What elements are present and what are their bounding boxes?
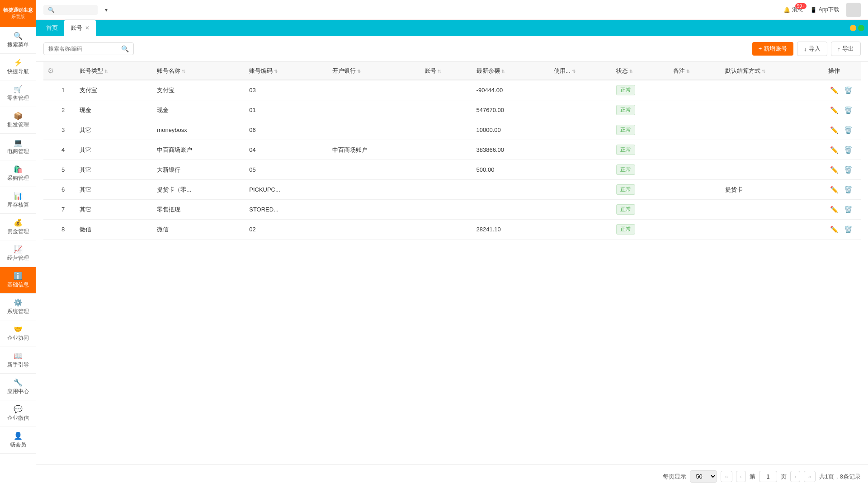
delete-button-4[interactable]: 🗑️ [842,145,854,155]
sort-balance-icon[interactable]: ⇅ [501,69,505,74]
delete-button-7[interactable]: 🗑️ [842,205,854,215]
col-status-label: 状态 [616,67,628,74]
row-code-5: 05 [245,160,329,180]
search-input[interactable] [48,46,121,52]
tab-label-首页: 首页 [46,24,58,32]
app-download-button[interactable]: 📱 App下载 [810,6,839,14]
mobile-icon: 📱 [810,7,817,13]
sidebar-item-retail-mgmt[interactable]: 🛒零售管理 [0,80,36,107]
last-page-button[interactable]: » [804,471,815,482]
status-badge-3: 正常 [616,125,635,135]
sidebar-label-ecommerce-mgmt: 电商管理 [7,148,29,155]
page-input[interactable] [759,471,777,482]
edit-button-7[interactable]: ✏️ [828,205,840,215]
add-account-button[interactable]: + 新增账号 [752,42,793,56]
sidebar-item-inventory[interactable]: 📊库存核算 [0,187,36,214]
sidebar-item-basic-info[interactable]: ℹ️基础信息 [0,267,36,294]
sidebar-item-corp-agreement[interactable]: 🤝企业协同 [0,320,36,347]
row-bank-6 [329,180,421,200]
row-name-3: moneybosx [153,120,245,140]
row-settings-1 [43,80,58,100]
sidebar-item-purchase-mgmt[interactable]: 🛍️采购管理 [0,160,36,187]
edit-button-5[interactable]: ✏️ [828,165,840,175]
sort-bank-icon[interactable]: ⇅ [357,69,361,74]
edit-button-4[interactable]: ✏️ [828,145,840,155]
sort-remark-icon[interactable]: ⇅ [686,69,690,74]
window-maximize[interactable] [858,25,864,31]
tab-close-账号[interactable]: ✕ [85,25,90,31]
sort-account-icon[interactable]: ⇅ [438,69,441,74]
table-row: 5 其它 大新银行 05 500.00 正常 ✏️ 🗑️ [43,160,861,180]
row-status-6: 正常 [613,180,670,200]
edit-button-8[interactable]: ✏️ [828,225,840,235]
row-status-5: 正常 [613,160,670,180]
sidebar-item-wholesale-mgmt[interactable]: 📦批发管理 [0,107,36,134]
row-bank-5 [329,160,421,180]
edit-button-2[interactable]: ✏️ [828,105,840,115]
inventory-icon: 📊 [14,192,23,200]
messages-button[interactable]: 🔔 消息 99+ [783,6,803,14]
page-prefix-label: 第 [750,473,755,481]
edit-button-3[interactable]: ✏️ [828,125,840,135]
page-size-select[interactable]: 50 100 [690,470,717,483]
delete-button-3[interactable]: 🗑️ [842,125,854,135]
sort-code-icon[interactable]: ⇅ [274,69,278,74]
delete-button-5[interactable]: 🗑️ [842,165,854,175]
edit-button-6[interactable]: ✏️ [828,185,840,195]
search-wrapper[interactable]: 🔍 [43,42,134,55]
sort-payment-icon[interactable]: ⇅ [762,69,765,74]
table-row: 1 支付宝 支付宝 03 -90444.00 正常 ✏️ 🗑️ [43,80,861,100]
delete-button-8[interactable]: 🗑️ [842,225,854,235]
toolbar-right: + 新增账号 ↓ 导入 ↑ 导出 [752,42,861,56]
sidebar-item-sys-mgmt[interactable]: ⚙️系统管理 [0,294,36,320]
sidebar-item-newcomer-guide[interactable]: 📖新手引导 [0,347,36,374]
export-button[interactable]: ↑ 导出 [831,42,861,56]
sort-usage-icon[interactable]: ⇅ [572,69,576,74]
sidebar-item-app-center[interactable]: 🔧应用中心 [0,374,36,400]
header-search[interactable]: 🔍 [43,5,98,15]
avatar[interactable] [846,3,861,17]
row-remark-6 [670,180,722,200]
row-remark-4 [670,140,722,160]
row-default-payment-2 [722,100,825,120]
prev-page-button[interactable]: ‹ [736,471,746,482]
row-status-1: 正常 [613,80,670,100]
row-actions-4: ✏️ 🗑️ [825,140,861,160]
tab-首页[interactable]: 首页 [40,20,64,36]
first-page-button[interactable]: « [721,471,732,482]
row-status-7: 正常 [613,200,670,220]
member-icon: 👤 [14,432,23,440]
row-type-8: 微信 [76,220,153,239]
import-button[interactable]: ↓ 导入 [797,42,827,56]
delete-button-6[interactable]: 🗑️ [842,185,854,195]
search-icon[interactable]: 🔍 [121,45,129,52]
main-area: 🔍 ▾ 🔔 消息 99+ 📱 App下载 首页账号✕ [36,0,868,488]
header-dropdown[interactable]: ▾ [105,7,108,13]
sidebar-item-quick-nav[interactable]: ⚡快捷导航 [0,54,36,80]
col-account: 账号⇅ [421,62,473,80]
sort-name-icon[interactable]: ⇅ [182,69,185,74]
sidebar-item-search-menu[interactable]: 🔍搜索菜单 [0,27,36,54]
next-page-button[interactable]: › [790,471,800,482]
sidebar-item-member[interactable]: 👤畅会员 [0,427,36,454]
sidebar-item-ecommerce-mgmt[interactable]: 💻电商管理 [0,134,36,160]
row-status-4: 正常 [613,140,670,160]
row-usage-1 [550,80,613,100]
sort-type-icon[interactable]: ⇅ [104,69,108,74]
row-name-1: 支付宝 [153,80,245,100]
retail-mgmt-icon: 🛒 [14,85,23,94]
delete-button-1[interactable]: 🗑️ [842,85,854,95]
row-account-1 [421,80,473,100]
purchase-mgmt-icon: 🛍️ [14,165,23,174]
col-account-label: 账号 [425,67,436,74]
delete-button-2[interactable]: 🗑️ [842,105,854,115]
row-type-2: 现金 [76,100,153,120]
sidebar-item-finance-mgmt[interactable]: 💰资金管理 [0,214,36,240]
tab-账号[interactable]: 账号✕ [64,20,96,36]
sidebar-item-ops-mgmt[interactable]: 📈经营管理 [0,240,36,267]
sidebar-item-corp-wechat[interactable]: 💬企业微信 [0,400,36,427]
column-settings-icon[interactable]: ⚙ [47,67,54,75]
sort-status-icon[interactable]: ⇅ [629,69,633,74]
window-minimize[interactable] [850,25,856,31]
edit-button-1[interactable]: ✏️ [828,85,840,95]
